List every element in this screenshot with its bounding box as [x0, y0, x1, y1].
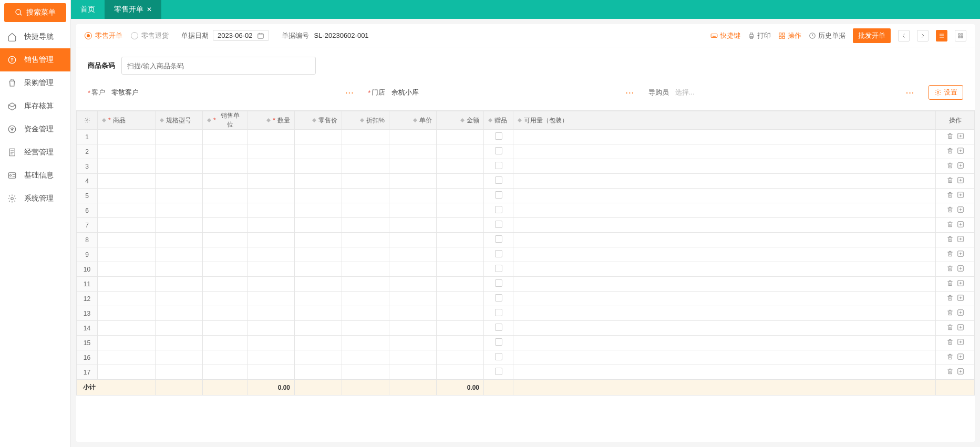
cell-discount[interactable] — [342, 130, 389, 144]
operate-button[interactable]: 操作 — [778, 31, 801, 40]
cell-unit[interactable] — [203, 203, 247, 218]
next-button[interactable] — [917, 30, 929, 41]
table-row[interactable]: 8 — [77, 233, 975, 247]
cell-retail[interactable] — [295, 350, 342, 365]
cell-unit[interactable] — [203, 159, 247, 174]
cell-price[interactable] — [389, 130, 437, 144]
table-wrapper[interactable]: *商品 规格型号 *销售单位 *数量 零售价 折扣% 单价 金额 赠品 可用量（… — [76, 110, 975, 442]
delete-row-button[interactable] — [946, 191, 954, 199]
cell-unit[interactable] — [203, 144, 247, 159]
add-row-button[interactable] — [957, 353, 964, 360]
checkbox-icon[interactable] — [495, 147, 502, 154]
table-row[interactable]: 14 — [77, 321, 975, 336]
table-row[interactable]: 17 — [77, 365, 975, 380]
cell-amount[interactable] — [437, 203, 484, 218]
checkbox-icon[interactable] — [495, 279, 502, 287]
cell-product[interactable] — [98, 130, 156, 144]
table-row[interactable]: 15 — [77, 336, 975, 350]
cell-product[interactable] — [98, 262, 156, 277]
add-row-button[interactable] — [957, 221, 964, 228]
cell-price[interactable] — [389, 144, 437, 159]
tab-retail-order[interactable]: 零售开单 ✕ — [105, 0, 161, 19]
cell-unit[interactable] — [203, 306, 247, 321]
cell-spec[interactable] — [156, 365, 203, 380]
cell-amount[interactable] — [437, 262, 484, 277]
cell-spec[interactable] — [156, 233, 203, 247]
col-amount[interactable]: 金额 — [437, 111, 484, 130]
add-row-button[interactable] — [957, 309, 964, 316]
checkbox-icon[interactable] — [495, 353, 502, 360]
cell-product[interactable] — [98, 321, 156, 336]
delete-row-button[interactable] — [946, 368, 954, 375]
table-row[interactable]: 4 — [77, 174, 975, 189]
cell-retail[interactable] — [295, 336, 342, 350]
cell-retail[interactable] — [295, 218, 342, 233]
add-row-button[interactable] — [957, 279, 964, 287]
add-row-button[interactable] — [957, 324, 964, 331]
cell-qty[interactable] — [247, 350, 295, 365]
add-row-button[interactable] — [957, 162, 964, 169]
cell-price[interactable] — [389, 203, 437, 218]
settings-button[interactable]: 设置 — [929, 85, 963, 100]
sidebar-item-basic[interactable]: 基础信息 — [0, 164, 70, 187]
cell-retail[interactable] — [295, 365, 342, 380]
col-product[interactable]: *商品 — [98, 111, 156, 130]
checkbox-icon[interactable] — [495, 265, 502, 272]
table-row[interactable]: 9 — [77, 247, 975, 262]
cell-retail[interactable] — [295, 233, 342, 247]
more-icon[interactable]: ··· — [623, 89, 638, 97]
cell-product[interactable] — [98, 336, 156, 350]
cell-qty[interactable] — [247, 247, 295, 262]
add-row-button[interactable] — [957, 176, 964, 184]
table-row[interactable]: 10 — [77, 262, 975, 277]
table-row[interactable]: 2 — [77, 144, 975, 159]
cell-unit[interactable] — [203, 130, 247, 144]
cell-qty[interactable] — [247, 130, 295, 144]
cell-amount[interactable] — [437, 365, 484, 380]
cell-discount[interactable] — [342, 189, 389, 203]
cell-qty[interactable] — [247, 292, 295, 306]
checkbox-icon[interactable] — [495, 309, 502, 316]
delete-row-button[interactable] — [946, 147, 954, 154]
cell-amount[interactable] — [437, 189, 484, 203]
cell-discount[interactable] — [342, 350, 389, 365]
cell-gift[interactable] — [484, 233, 513, 247]
cell-gift[interactable] — [484, 262, 513, 277]
cell-price[interactable] — [389, 336, 437, 350]
search-menu-button[interactable]: 搜索菜单 — [4, 3, 66, 22]
delete-row-button[interactable] — [946, 265, 954, 272]
delete-row-button[interactable] — [946, 176, 954, 184]
sidebar-item-inventory[interactable]: 库存核算 — [0, 95, 70, 118]
delete-row-button[interactable] — [946, 162, 954, 169]
cell-discount[interactable] — [342, 321, 389, 336]
cell-amount[interactable] — [437, 174, 484, 189]
cell-unit[interactable] — [203, 174, 247, 189]
cell-amount[interactable] — [437, 218, 484, 233]
view-list-button[interactable] — [936, 30, 947, 41]
customer-field[interactable]: * 客户 零散客户 ··· — [88, 88, 357, 98]
cell-discount[interactable] — [342, 292, 389, 306]
cell-spec[interactable] — [156, 350, 203, 365]
cell-qty[interactable] — [247, 262, 295, 277]
cell-price[interactable] — [389, 262, 437, 277]
cell-product[interactable] — [98, 350, 156, 365]
sidebar-item-sales[interactable]: 销售管理 — [0, 48, 70, 71]
cell-gift[interactable] — [484, 189, 513, 203]
cell-spec[interactable] — [156, 144, 203, 159]
cell-discount[interactable] — [342, 203, 389, 218]
cell-product[interactable] — [98, 365, 156, 380]
cell-spec[interactable] — [156, 336, 203, 350]
cell-discount[interactable] — [342, 218, 389, 233]
col-gear[interactable] — [77, 111, 98, 130]
cell-amount[interactable] — [437, 144, 484, 159]
col-price[interactable]: 单价 — [389, 111, 437, 130]
cell-amount[interactable] — [437, 247, 484, 262]
table-row[interactable]: 5 — [77, 189, 975, 203]
checkbox-icon[interactable] — [495, 235, 502, 243]
col-retail[interactable]: 零售价 — [295, 111, 342, 130]
delete-row-button[interactable] — [946, 206, 954, 213]
cell-product[interactable] — [98, 144, 156, 159]
checkbox-icon[interactable] — [495, 221, 502, 228]
cell-unit[interactable] — [203, 189, 247, 203]
cell-price[interactable] — [389, 306, 437, 321]
